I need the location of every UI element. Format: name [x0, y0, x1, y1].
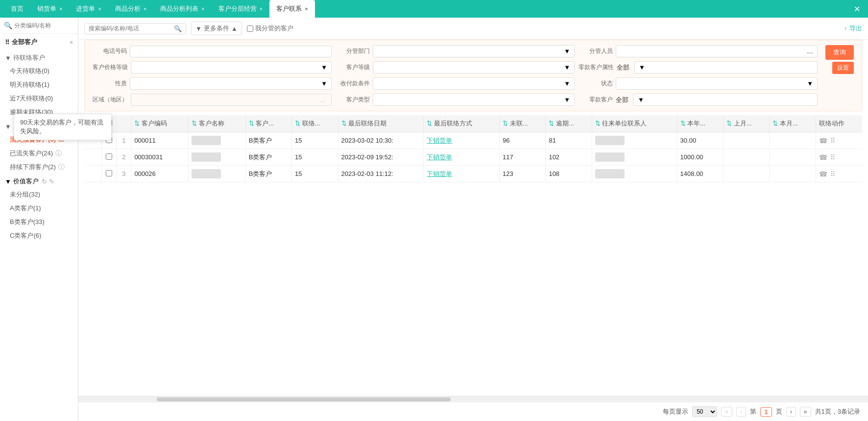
- filter-price-select[interactable]: ▼: [131, 61, 332, 74]
- edit-icon-value[interactable]: ✎: [49, 178, 54, 185]
- row-type-2[interactable]: 下销货单: [424, 166, 500, 182]
- my-customers-checkbox[interactable]: [247, 25, 253, 32]
- tab-home[interactable]: 首页: [4, 0, 30, 18]
- filter-customer-type-select[interactable]: ▼: [373, 94, 575, 106]
- th-last-date[interactable]: ⇅ 最后联络日期: [338, 115, 424, 132]
- prev-page-button[interactable]: ‹: [736, 407, 746, 417]
- my-customers-checkbox-label[interactable]: 我分管的客户: [247, 24, 293, 33]
- filter-phone-input[interactable]: [130, 46, 332, 57]
- action-more-icon-2[interactable]: ⠿: [830, 170, 835, 178]
- th-uncontacted[interactable]: ⇅ 未联...: [499, 115, 545, 132]
- sidebar-item-today[interactable]: 今天待联络(0): [0, 64, 78, 78]
- tab-customer-tier-close[interactable]: ×: [260, 6, 263, 12]
- th-code[interactable]: ⇅ 客户编码: [131, 115, 189, 132]
- search-input[interactable]: [89, 25, 172, 32]
- filter-row-4: 区域（地区） … 客户类型 ▼: [93, 94, 818, 106]
- settings-button[interactable]: 设置: [832, 62, 854, 74]
- filter-status-field: 状态 ▼: [579, 77, 818, 90]
- row-type-0[interactable]: 下销货单: [424, 132, 500, 149]
- pagination: 每页显示 50 100 « ‹ 第 1 页 › » 共1页，3条记录: [78, 402, 868, 421]
- tab-purchase-close[interactable]: ×: [98, 6, 101, 12]
- tab-sales-order[interactable]: 销货单 ×: [30, 0, 69, 18]
- row-checkbox-1[interactable]: [106, 153, 112, 160]
- sidebar-item-churned[interactable]: 已流失客户(24) ⓘ: [0, 147, 78, 160]
- sidebar-item-tomorrow[interactable]: 明天待联络(1): [0, 78, 78, 92]
- sort-icon-lmonth: ⇅: [726, 120, 732, 127]
- tab-customer-contact[interactable]: 客户联系 ×: [269, 0, 314, 18]
- pending-group-label: 待联络客户: [13, 53, 45, 62]
- sidebar-search-input[interactable]: [14, 22, 78, 29]
- sidebar-item-a-class[interactable]: A类客户(1): [0, 201, 78, 215]
- action-contact-icon-2[interactable]: ☎: [819, 170, 827, 178]
- sidebar-item-ungroup[interactable]: 未分组(32): [0, 188, 78, 201]
- sidebar-item-b-class[interactable]: B类客户(33): [0, 215, 78, 229]
- th-overdue[interactable]: ⇅ 逾期...: [546, 115, 592, 132]
- table-row: 2 00030031 B类客户 15 2023-02-09 19:52: 下销货…: [84, 149, 862, 166]
- filter-zero-attr-select[interactable]: ▼: [634, 61, 818, 74]
- tab-customer-contact-close[interactable]: ×: [305, 6, 308, 12]
- filter-zero-customer-select[interactable]: ▼: [633, 94, 818, 106]
- filter-row-3: 性质 ▼ 收付款条件 ▼: [93, 77, 818, 90]
- per-page-select[interactable]: 50 100: [692, 406, 717, 417]
- tab-product-list[interactable]: 商品分析列表 ×: [153, 0, 211, 18]
- sidebar-item-declining[interactable]: 持续下滑客户(2) ⓘ: [0, 160, 78, 174]
- filter-payment-select[interactable]: ▼: [373, 77, 575, 90]
- filter-status-select[interactable]: ▼: [616, 77, 818, 90]
- query-button[interactable]: 查询: [825, 45, 854, 60]
- export-button[interactable]: ↑ 导出: [844, 24, 863, 33]
- filter-row-2: 客户价格等级 ▼ 客户等级 ▼: [93, 61, 818, 74]
- row-unit-contact-0: [592, 132, 677, 149]
- action-more-icon-1[interactable]: ⠿: [830, 153, 835, 161]
- action-contact-icon-0[interactable]: ☎: [819, 137, 827, 145]
- filter-manager-select[interactable]: …: [616, 45, 818, 57]
- tab-purchase[interactable]: 进货单 ×: [69, 0, 108, 18]
- filter-dept-field: 分管部门 ▼: [336, 45, 575, 57]
- horizontal-scrollbar[interactable]: [78, 396, 868, 402]
- sidebar-item-c-class[interactable]: C类客户(6): [0, 229, 78, 243]
- chevron-down-icon-value[interactable]: ▼: [5, 178, 11, 185]
- filter-customer-level-select[interactable]: ▼: [373, 61, 575, 74]
- th-unit-contact[interactable]: ⇅ 往来单位联系人: [592, 115, 677, 132]
- row-type-1[interactable]: 下销货单: [424, 149, 500, 166]
- scrollbar-thumb[interactable]: [157, 397, 451, 401]
- tab-customer-tier[interactable]: 客户分层经营 ×: [212, 0, 269, 18]
- first-page-button[interactable]: «: [721, 407, 732, 417]
- all-customers-header[interactable]: ⠿ 全部客户 «: [0, 34, 78, 50]
- refresh-icon-value[interactable]: ↻: [42, 178, 47, 185]
- row-checkbox-cell[interactable]: [102, 166, 117, 182]
- last-page-button[interactable]: »: [800, 407, 811, 417]
- window-close-button[interactable]: ✕: [850, 4, 864, 14]
- action-more-icon-0[interactable]: ⠿: [830, 137, 835, 145]
- th-contact[interactable]: ⇅ 联络...: [292, 115, 338, 132]
- filter-manager-label: 分管人员: [579, 47, 613, 55]
- chevron-down-type: ▼: [564, 96, 570, 103]
- row-contact-1: 15: [292, 149, 338, 166]
- row-checkbox-2[interactable]: [106, 170, 112, 176]
- next-page-button[interactable]: ›: [786, 407, 796, 417]
- tab-product-analysis[interactable]: 商品分析 ×: [108, 0, 153, 18]
- th-this-year[interactable]: ⇅ 本年...: [677, 115, 723, 132]
- action-contact-icon-1[interactable]: ☎: [819, 153, 827, 161]
- th-this-month[interactable]: ⇅ 本月...: [770, 115, 816, 132]
- filter-dept-select[interactable]: ▼: [373, 45, 575, 57]
- collapse-icon: «: [70, 39, 73, 46]
- row-date-2: 2023-02-03 11:12:: [338, 166, 424, 182]
- tab-product-analysis-close[interactable]: ×: [144, 6, 146, 12]
- sidebar-group-pending[interactable]: ▼ 待联络客户: [0, 50, 78, 64]
- more-conditions-button[interactable]: ▼ 更多条件 ▲: [191, 22, 242, 35]
- filter-gender-select[interactable]: ▼: [130, 77, 332, 90]
- region-dots[interactable]: …: [317, 96, 327, 103]
- sort-icon-type: ⇅: [427, 120, 432, 127]
- chevron-down-icon: ▼: [5, 54, 11, 62]
- tab-product-list-close[interactable]: ×: [201, 6, 204, 12]
- th-last-type[interactable]: ⇅ 最后联络方式: [424, 115, 500, 132]
- row-uncontacted-0: 96: [499, 132, 545, 149]
- th-last-month[interactable]: ⇅ 上月...: [723, 115, 770, 132]
- sidebar-item-7days[interactable]: 近7天待联络(0): [0, 92, 78, 105]
- row-this-month-0: [770, 132, 816, 149]
- th-category[interactable]: ⇅ 客户...: [245, 115, 291, 132]
- filter-region-input[interactable]: …: [131, 94, 332, 106]
- tab-sales-order-close[interactable]: ×: [59, 6, 62, 12]
- th-name[interactable]: ⇅ 客户名称: [189, 115, 246, 132]
- row-checkbox-cell[interactable]: [102, 149, 117, 166]
